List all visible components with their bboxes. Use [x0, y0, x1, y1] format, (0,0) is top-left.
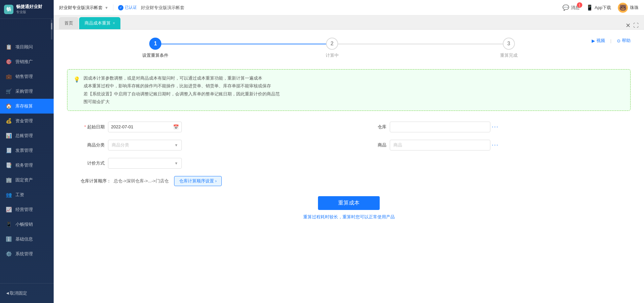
- unpin-label: ◄取消固定: [5, 290, 27, 296]
- app-logo-icon: 畅: [4, 5, 13, 14]
- price-method-chevron-icon: ▼: [174, 161, 178, 165]
- warehouse-order-btn-label: 仓库计算顺序设置: [179, 178, 214, 184]
- sidebar-item-sales[interactable]: 💼 销售管理: [0, 69, 54, 84]
- category-select[interactable]: 商品分类 ▼: [108, 140, 182, 150]
- info-box-text: 因成本计算参数调整，或是对商品成本有疑问时，可以通过成本重算功能，重新计算一遍成…: [84, 74, 280, 106]
- step-2: 2 计算中: [244, 38, 421, 58]
- warehouse-order-settings-button[interactable]: 仓库计算顺序设置 ›: [174, 176, 222, 186]
- sidebar-item-project[interactable]: 📋 项目顾问: [0, 40, 54, 54]
- account-selector[interactable]: 好业财专业版演示帐套 ▼: [59, 5, 108, 11]
- sidebar-item-label: 销售管理: [15, 74, 33, 80]
- price-method-select[interactable]: ▼: [108, 158, 182, 169]
- sidebar-item-marketing[interactable]: 🎯 营销推广: [0, 54, 54, 69]
- avatar: 🐻: [618, 3, 628, 13]
- warehouse-order-chevron-icon: ›: [215, 178, 217, 183]
- sidebar: 畅 畅捷通好业财 专业版 📋 项目顾问 🎯 营销推广 💼 销售管理 🛒 采购管理: [0, 0, 54, 303]
- app-download-button[interactable]: 📱 App下载: [586, 4, 611, 11]
- tab-home-label: 首页: [64, 20, 73, 26]
- sidebar-item-label: 采购管理: [15, 88, 33, 94]
- tab-home[interactable]: 首页: [59, 17, 78, 29]
- shield-icon: ✓: [118, 5, 123, 10]
- step-2-circle: 2: [326, 38, 338, 50]
- purchase-icon: 🛒: [5, 88, 12, 95]
- sidebar-item-purchase[interactable]: 🛒 采购管理: [0, 84, 54, 99]
- app-name: 畅捷通好业财: [16, 4, 42, 10]
- certified-text: 已认证: [125, 5, 137, 10]
- recalc-button[interactable]: 重算成本: [318, 196, 380, 210]
- unpin-button[interactable]: ◄取消固定: [0, 287, 54, 300]
- warehouse-group: 仓库 ···: [362, 122, 617, 132]
- steps-indicator: 1 设置重算条件 2 计算中 3 重算完成: [67, 38, 631, 58]
- calendar-icon[interactable]: 📅: [170, 124, 181, 130]
- sidebar-item-system[interactable]: ⚙️ 系统管理: [0, 247, 54, 261]
- username: 珠珠: [630, 5, 639, 11]
- start-date-label: 起始日期: [80, 124, 105, 130]
- maximize-icon[interactable]: ⛶: [633, 23, 639, 29]
- certified-badge: ✓ 已认证: [118, 5, 137, 10]
- user-profile[interactable]: 🐻 珠珠: [618, 3, 639, 13]
- form-row-1: 起始日期 📅 仓库 ···: [80, 122, 617, 132]
- account-chevron-icon: ▼: [105, 6, 108, 10]
- message-badge: 1: [577, 2, 582, 8]
- category-group: 商品分类 商品分类 ▼: [80, 140, 335, 150]
- sidebar-item-label: 资金管理: [15, 118, 33, 124]
- sidebar-item-label: 基础信息: [15, 236, 33, 242]
- tax-icon: 📑: [5, 162, 12, 169]
- topbar-divider: [113, 4, 113, 11]
- category-label: 商品分类: [80, 142, 105, 148]
- start-date-input-wrapper[interactable]: 📅: [108, 122, 182, 132]
- sidebar-item-tax[interactable]: 📑 税务管理: [0, 158, 54, 173]
- sidebar-item-label: 小畅报销: [15, 221, 33, 227]
- sidebar-item-operations[interactable]: 📈 经营管理: [0, 202, 54, 217]
- product-label: 商品: [362, 142, 386, 148]
- sidebar-item-assets[interactable]: 🏢 固定资产: [0, 173, 54, 187]
- basic-icon: ℹ️: [5, 236, 12, 243]
- tabbar: 首页 商品成本重算 × ✕ ⛶: [54, 15, 644, 30]
- sidebar-item-invoice[interactable]: 🧾 发票管理: [0, 143, 54, 158]
- message-button[interactable]: 💬 消息 1: [562, 4, 580, 11]
- inventory-icon: 🏠: [5, 103, 12, 110]
- warehouse-label: 仓库: [362, 124, 386, 130]
- app-edition: 专业版: [16, 10, 42, 14]
- product-input[interactable]: 商品: [390, 140, 490, 150]
- finance-icon: 💰: [5, 118, 12, 124]
- system-icon: ⚙️: [5, 251, 12, 257]
- sidebar-item-expense[interactable]: 📱 小畅报销: [0, 217, 54, 232]
- warehouse-order-row: 仓库计算顺序： 总仓->深圳仓库->...->门店仓 仓库计算顺序设置 ›: [80, 176, 617, 186]
- form-row-3: 计价方式 ▼: [80, 158, 617, 169]
- sidebar-item-finance[interactable]: 💰 资金管理: [0, 114, 54, 128]
- help-button[interactable]: ⊙ 帮助: [617, 38, 631, 44]
- sidebar-item-label: 总账管理: [15, 133, 33, 139]
- expense-icon: 📱: [5, 221, 12, 228]
- close-window-icon[interactable]: ✕: [626, 22, 631, 29]
- tab-close-icon[interactable]: ×: [113, 21, 115, 26]
- recalc-hint: 重算过程耗时较长，重算时您可以正常使用产品: [303, 214, 395, 220]
- topbar-right: 💬 消息 1 📱 App下载 🐻 珠珠: [562, 3, 639, 13]
- sidebar-item-salary[interactable]: 👥 工资: [0, 187, 54, 202]
- warehouse-input[interactable]: [390, 122, 490, 132]
- form-row-2: 商品分类 商品分类 ▼ 商品 商品 ···: [80, 140, 617, 150]
- help-icon: ⊙: [617, 38, 621, 43]
- sidebar-item-basic[interactable]: ℹ️ 基础信息: [0, 232, 54, 247]
- content-actions: ▶ 视频 | ⊙ 帮助: [592, 38, 631, 44]
- warehouse-more-icon[interactable]: ···: [490, 123, 500, 130]
- recalc-area: 重算成本 重算过程耗时较长，重算时您可以正常使用产品: [67, 196, 631, 220]
- product-group: 商品 商品 ···: [362, 140, 617, 150]
- tab-recalc-label: 商品成本重算: [85, 20, 111, 26]
- sidebar-item-label: 营销推广: [15, 59, 33, 65]
- sales-icon: 💼: [5, 73, 12, 80]
- start-date-input[interactable]: [108, 124, 170, 129]
- product-more-icon[interactable]: ···: [490, 141, 500, 148]
- step-3: 3 重算完成: [420, 38, 597, 58]
- account-name: 好业财专业版演示帐套: [59, 5, 103, 11]
- sidebar-item-label: 项目顾问: [15, 44, 33, 50]
- sidebar-item-inventory[interactable]: 🏠 库存核算: [0, 99, 54, 114]
- sidebar-item-label: 税务管理: [15, 162, 33, 168]
- sidebar-item-ledger[interactable]: 📊 总账管理: [0, 128, 54, 143]
- category-chevron-icon: ▼: [174, 143, 178, 147]
- sidebar-item-label: 系统管理: [15, 251, 33, 257]
- sidebar-bottom: ◄取消固定: [0, 283, 54, 303]
- message-icon: 💬: [562, 4, 569, 11]
- tab-recalc[interactable]: 商品成本重算 ×: [79, 17, 120, 29]
- sidebar-logo: 畅 畅捷通好业财 专业版: [0, 0, 54, 19]
